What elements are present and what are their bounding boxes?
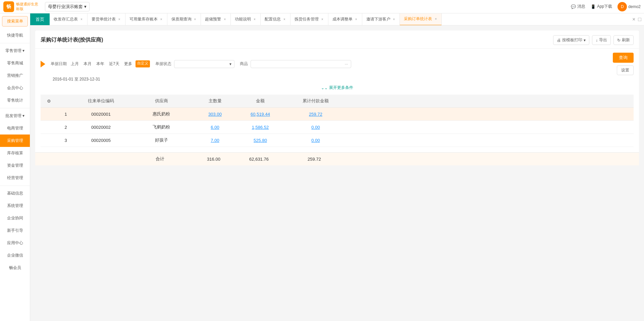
row-amount-1[interactable]: 60,519.44 xyxy=(235,108,285,121)
search-menu-button[interactable]: 搜索菜单 xyxy=(2,16,28,26)
tab-invite-downstream-close[interactable]: × xyxy=(392,17,396,22)
logo-area: 畅 畅捷通好生意 标版 xyxy=(3,1,38,12)
tab-config[interactable]: 配置信息 × xyxy=(261,13,290,25)
sidebar-item-ops[interactable]: 经营管理 xyxy=(0,172,30,184)
sidebar-item-basic-info[interactable]: 基础信息 xyxy=(0,187,30,200)
row-qty-1[interactable]: 303.00 xyxy=(195,108,235,121)
tab-warranty[interactable]: 保质期查询 × xyxy=(167,13,201,25)
table-footer: 合计 316.00 62,631.76 259.72 xyxy=(35,152,639,165)
footer-total-paid: 259.72 xyxy=(284,157,344,162)
tab-config-close[interactable]: × xyxy=(283,17,286,22)
filter-row-1: 单据日期 上月 本月 本年 近7天 更多 自定义 xyxy=(41,53,634,75)
collapse-icon[interactable] xyxy=(41,61,45,67)
shortcut-7days[interactable]: 近7天 xyxy=(108,60,121,67)
sidebar-app-center-label: 应用中心 xyxy=(7,240,23,245)
tab-receive-summary[interactable]: 收发存汇总表 × xyxy=(50,13,88,25)
tab-purchase-stats-close[interactable]: × xyxy=(434,16,437,21)
tab-purchase-stats[interactable]: 采购订单统计表 × xyxy=(400,13,442,25)
row-amount-3[interactable]: 525.80 xyxy=(235,134,285,147)
status-select[interactable]: ▾ xyxy=(174,60,234,68)
refresh-button[interactable]: ↻ 刷新 xyxy=(613,35,634,45)
sidebar-system-label: 系统管理 xyxy=(7,203,23,208)
export-button[interactable]: ↓ 导出 xyxy=(592,35,611,45)
filter-section: 单据日期 上月 本月 本年 近7天 更多 自定义 xyxy=(35,49,639,95)
filter-toggle[interactable] xyxy=(41,61,45,67)
sidebar: 搜索菜单 快捷导航 零售管理 ▾ 零售商城 营销推广 会员中心 零售统计 xyxy=(0,13,30,321)
table-row: 2 00020002 飞鹤奶粉 6.00 1,586.52 0.00 xyxy=(41,121,634,134)
avatar-initial: D xyxy=(621,4,624,9)
sidebar-item-system[interactable]: 系统管理 xyxy=(0,200,30,212)
tab-restore-button[interactable]: □ xyxy=(638,16,641,22)
filter-status-item: 单据状态 ▾ xyxy=(155,60,234,68)
sidebar-item-retail-shop[interactable]: 零售商城 xyxy=(0,57,30,69)
shortcut-this-year[interactable]: 本年 xyxy=(95,60,106,67)
goods-input[interactable]: ··· xyxy=(251,60,351,68)
col-header-code: 往来单位编码 xyxy=(74,95,128,108)
row-paid-2[interactable]: 0.00 xyxy=(285,121,346,134)
custom-tag: 自定义 xyxy=(136,60,150,67)
row-amount-2[interactable]: 1,586.52 xyxy=(235,121,285,134)
sidebar-item-inventory[interactable]: 库存核算 xyxy=(0,147,30,159)
tab-order-summary-close[interactable]: × xyxy=(118,17,121,22)
sidebar-item-marketing[interactable]: 营销推广 xyxy=(0,69,30,82)
row-code-3: 00020005 xyxy=(74,134,128,147)
tab-available-inventory[interactable]: 可用量库存账本 × xyxy=(125,13,167,25)
sidebar-item-retail-stats[interactable]: 零售统计 xyxy=(0,94,30,107)
settings-button[interactable]: 设置 xyxy=(617,65,634,75)
row-paid-3[interactable]: 0.00 xyxy=(285,134,346,147)
sidebar-item-purchase[interactable]: 采购管理 xyxy=(0,135,30,147)
table-body: 1 00020001 惠氏奶粉 303.00 60,519.44 259.72 … xyxy=(41,108,634,147)
tab-overstock-close[interactable]: × xyxy=(223,17,226,22)
tab-function-desc[interactable]: 功能说明 × xyxy=(231,13,261,25)
row-qty-2[interactable]: 6.00 xyxy=(195,121,235,134)
tab-pick-task-close[interactable]: × xyxy=(321,17,324,22)
row-gear-1 xyxy=(41,108,57,121)
row-extra-1 xyxy=(346,108,634,121)
sidebar-item-retail-mgmt[interactable]: 零售管理 ▾ xyxy=(0,45,30,57)
shortcut-last-month[interactable]: 上月 xyxy=(69,60,80,67)
sidebar-quick-nav-label: 快捷导航 xyxy=(7,33,23,38)
row-paid-1[interactable]: 259.72 xyxy=(285,108,346,121)
tab-receive-summary-close[interactable]: × xyxy=(80,17,83,22)
row-supplier-2: 飞鹤奶粉 xyxy=(128,121,195,134)
sidebar-item-quick-nav[interactable]: 快捷导航 xyxy=(0,29,30,42)
tab-invite-downstream[interactable]: 邀请下游客户 × xyxy=(362,13,400,25)
sidebar-item-member-center[interactable]: 会员中心 xyxy=(0,82,30,94)
workspace-selector[interactable]: 母婴行业演示账套 ▾ xyxy=(45,2,90,11)
app-download-button[interactable]: 📱 App下载 xyxy=(591,4,612,9)
shortcut-more[interactable]: 更多 xyxy=(123,60,133,67)
sidebar-item-wholesale[interactable]: 批发管理 ▾ xyxy=(0,110,30,122)
sidebar-item-finance[interactable]: 资金管理 xyxy=(0,159,30,172)
tab-order-summary[interactable]: 要货单统计表 × xyxy=(88,13,125,25)
col-header-supplier: 供应商 xyxy=(128,95,195,108)
expand-conditions-button[interactable]: ⌄⌄ 展开更多条件 xyxy=(321,85,353,91)
tab-pick-task[interactable]: 拣货任务管理 × xyxy=(290,13,328,25)
print-button[interactable]: 🖨 按模板打印 ▾ xyxy=(553,35,589,45)
sidebar-item-app-center[interactable]: 应用中心 xyxy=(0,237,30,249)
user-profile-button[interactable]: D demo2 xyxy=(618,2,641,11)
table-header-row: ⚙ 往来单位编码 供应商 主数量 金额 累计付款金额 xyxy=(41,95,634,108)
sidebar-item-ecommerce[interactable]: 电商管理 xyxy=(0,122,30,135)
shortcut-this-month[interactable]: 本月 xyxy=(82,60,93,67)
tab-function-desc-close[interactable]: × xyxy=(253,17,256,22)
tab-overstock[interactable]: 超储预警 × xyxy=(201,13,231,25)
filter-goods-item: 商品 ··· xyxy=(240,60,351,68)
sidebar-item-member[interactable]: 畅会员 xyxy=(0,262,30,274)
col-header-gear[interactable]: ⚙ xyxy=(41,95,57,108)
sidebar-item-enterprise[interactable]: 企业协同 xyxy=(0,212,30,224)
sidebar-item-new-guide[interactable]: 新手引导 xyxy=(0,224,30,237)
row-qty-3[interactable]: 7.00 xyxy=(195,134,235,147)
tab-config-label: 配置信息 xyxy=(265,16,281,22)
message-button[interactable]: 💬 消息 xyxy=(571,4,585,9)
sidebar-marketing-label: 营销推广 xyxy=(7,73,23,78)
tab-warranty-close[interactable]: × xyxy=(194,17,197,22)
tab-cost-adjust-close[interactable]: × xyxy=(355,17,358,22)
sidebar-purchase-label: 采购管理 xyxy=(7,138,23,143)
tab-cost-adjust[interactable]: 成本调整单 × xyxy=(328,13,362,25)
tab-close-all-button[interactable]: × xyxy=(632,16,635,22)
query-button[interactable]: 查询 xyxy=(613,53,634,63)
tab-home[interactable]: 首页 xyxy=(30,13,50,25)
tab-available-inventory-close[interactable]: × xyxy=(160,17,163,22)
sidebar-item-wechat[interactable]: 企业微信 xyxy=(0,249,30,262)
sidebar-retail-stats-label: 零售统计 xyxy=(7,98,23,103)
